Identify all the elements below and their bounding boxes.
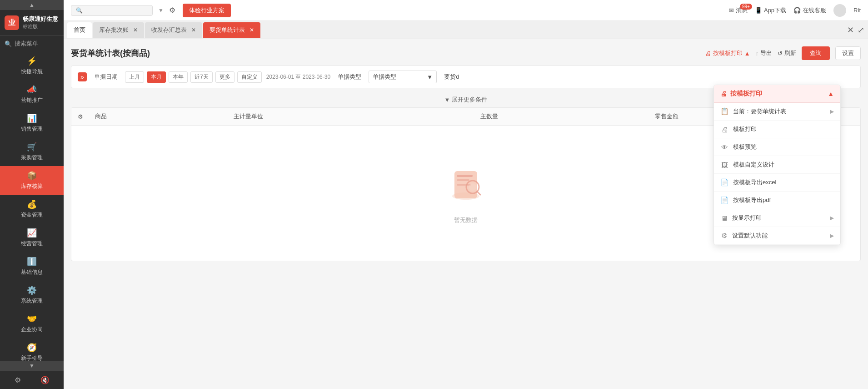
table-settings-header[interactable]: ⚙ (71, 108, 90, 126)
sidebar-item-enterprise[interactable]: 🤝 企业协同 (0, 309, 64, 338)
search-icon: 🔍 (5, 40, 12, 47)
refresh-label: 刷新 (784, 49, 796, 57)
dropdown-collapse-icon[interactable]: ▲ (828, 90, 834, 97)
tab-order-stats-close[interactable]: ✕ (249, 27, 254, 33)
sidebar-bottom: ⚙ 🔇 (0, 371, 64, 389)
date-btn-more[interactable]: 更多 (215, 71, 234, 83)
dropdown-template-preview[interactable]: 👁 模板预览 (714, 138, 840, 156)
topbar-gear-icon[interactable]: ⚙ (169, 6, 175, 15)
topbar-search-box[interactable]: 🔍 (71, 5, 153, 16)
username-area[interactable]: Rit (853, 7, 861, 14)
dropdown-set-default[interactable]: ⚙ 设置默认功能 ▶ (714, 227, 840, 245)
sidebar-item-system[interactable]: ⚙️ 系统管理 (0, 281, 64, 309)
avatar (833, 4, 846, 17)
app-download-icon: 📱 (755, 7, 762, 14)
username-label: Rit (853, 7, 861, 14)
display-print-label: 按显示打印 (732, 214, 762, 222)
tab-expand-icon[interactable]: ⤢ (858, 25, 864, 35)
set-default-label: 设置默认功能 (732, 232, 768, 240)
sidebar-item-quicknav[interactable]: ⚡ 快捷导航 (0, 51, 64, 80)
dropdown-printer-icon: 🖨 (720, 90, 727, 97)
app-download-label: App下载 (764, 6, 786, 15)
date-btn-this-year[interactable]: 本年 (169, 71, 188, 83)
current-template-expand: 当前：要货单统计表 ▶ (733, 107, 834, 116)
tab-receipt-summary[interactable]: 收发存汇总表 ✕ (145, 22, 202, 38)
sidebar-search[interactable]: 🔍 搜索菜单 (0, 36, 64, 51)
template-print-label: 按模板打印 (713, 49, 743, 57)
nav-label-guide: 新手引导 (21, 354, 43, 361)
sidebar-scroll-up[interactable]: ▲ (0, 0, 64, 10)
basics-icon: ℹ️ (27, 257, 37, 267)
tab-close-all-icon[interactable]: ✕ (847, 25, 854, 35)
app-download-button[interactable]: 📱 App下载 (755, 6, 786, 15)
tab-order-stats[interactable]: 要货单统计表 ✕ (203, 22, 260, 38)
mute-bottom-icon[interactable]: 🔇 (40, 376, 50, 384)
refresh-button[interactable]: ↺ 刷新 (778, 49, 796, 57)
sidebar-item-guide[interactable]: 🧭 新手引导 (0, 338, 64, 361)
service-icon: 🎧 (793, 7, 801, 14)
dropdown-title: 按模板打印 (730, 90, 762, 98)
tab-receipt-summary-close[interactable]: ✕ (191, 27, 196, 33)
display-print-caret: ▶ (830, 215, 834, 221)
dropdown-header[interactable]: 🖨 按模板打印 ▲ (714, 85, 840, 103)
sidebar-item-marketing[interactable]: 📣 营销推广 (0, 80, 64, 109)
tab-inventory-batch-close[interactable]: ✕ (133, 27, 138, 33)
nav-label-quicknav: 快捷导航 (21, 68, 43, 76)
sidebar-item-inventory[interactable]: 📦 库存核算 (0, 166, 64, 195)
system-icon: ⚙️ (27, 285, 37, 295)
query-button[interactable]: 查询 (802, 46, 830, 60)
page-actions: 🖨 按模板打印 ▲ ↑ 导出 ↺ 刷新 查询 设置 (705, 46, 861, 60)
order-type-value: 单据类型 (373, 73, 396, 81)
template-print-button[interactable]: 🖨 按模板打印 ▲ (705, 49, 750, 57)
dropdown-current-template[interactable]: 📋 当前：要货单统计表 ▶ (714, 103, 840, 121)
export-button[interactable]: ↑ 导出 (756, 49, 773, 57)
set-default-caret: ▶ (830, 232, 834, 239)
date-btn-last-month[interactable]: 上月 (125, 71, 144, 83)
dropdown-template-export-pdf[interactable]: 📄 按模板导出pdf (714, 192, 840, 209)
dropdown-display-print[interactable]: 🖥 按显示打印 ▶ (714, 209, 840, 227)
svg-rect-3 (457, 179, 469, 181)
dropdown-template-print[interactable]: 🖨 模板打印 (714, 121, 840, 138)
expand-conditions-label: 展开更多条件 (452, 96, 487, 104)
date-btn-7days[interactable]: 近7天 (190, 71, 213, 83)
sidebar: ▲ 业 畅康通好生意 标准版 🔍 搜索菜单 ⚡ 快捷导航 📣 营销推广 📊 销售… (0, 0, 64, 389)
date-btn-this-month[interactable]: 本月 (147, 71, 166, 83)
sidebar-item-purchase[interactable]: 🛒 采购管理 (0, 137, 64, 166)
nav-label-purchase: 采购管理 (21, 154, 43, 162)
tab-home-label: 首页 (74, 26, 85, 34)
nav-label-operations: 经营管理 (21, 240, 43, 248)
trial-button[interactable]: 体验行业方案 (183, 4, 231, 17)
dropdown-template-export-excel[interactable]: 📄 按模板导出excel (714, 174, 840, 192)
nav-label-finance: 资金管理 (21, 211, 43, 219)
operations-icon: 📈 (27, 228, 37, 238)
display-print-icon: 🖥 (720, 214, 728, 222)
settings-bottom-icon[interactable]: ⚙ (15, 376, 21, 384)
filter-date-range: 2023-06-01 至 2023-06-30 (266, 73, 330, 81)
topbar-dropdown-chevron[interactable]: ▼ (158, 7, 164, 14)
online-service-button[interactable]: 🎧 在线客服 (793, 6, 826, 15)
expand-arrow-down: ▼ (444, 96, 450, 103)
sidebar-item-finance[interactable]: 💰 资金管理 (0, 195, 64, 223)
tab-home[interactable]: 首页 (67, 22, 92, 38)
sidebar-item-operations[interactable]: 📈 经营管理 (0, 223, 64, 252)
dropdown-template-design[interactable]: 🖼 模板自定义设计 (714, 156, 840, 174)
sidebar-scroll-down[interactable]: ▼ (0, 361, 64, 371)
svg-line-6 (477, 192, 480, 195)
filter-expand-icon[interactable]: » (78, 72, 87, 81)
user-avatar-area[interactable] (833, 4, 846, 17)
messages-button[interactable]: ✉ 消息 99+ (729, 6, 748, 15)
require-filter-label: 要货d (444, 73, 459, 81)
date-btn-custom[interactable]: 自定义 (237, 71, 262, 83)
sidebar-nav: ⚡ 快捷导航 📣 营销推广 📊 销售管理 🛒 采购管理 📦 库存核算 💰 资金管… (0, 51, 64, 361)
table-header-unit: 主计量单位 (228, 108, 475, 126)
template-preview-label: 模板预览 (733, 143, 757, 151)
order-type-select[interactable]: 单据类型 ▼ (369, 71, 437, 83)
order-type-label: 单据类型 (338, 73, 361, 81)
settings-button[interactable]: 设置 (835, 46, 861, 60)
tab-inventory-batch[interactable]: 库存批次账 ✕ (93, 22, 144, 38)
printer-icon: 🖨 (705, 50, 711, 57)
sidebar-item-sales[interactable]: 📊 销售管理 (0, 109, 64, 137)
nav-label-enterprise: 企业协同 (21, 326, 43, 333)
sidebar-item-basics[interactable]: ℹ️ 基础信息 (0, 252, 64, 281)
page-content: 要货单统计表(按商品) 🖨 按模板打印 ▲ ↑ 导出 ↺ 刷新 查询 设置 (64, 39, 868, 389)
